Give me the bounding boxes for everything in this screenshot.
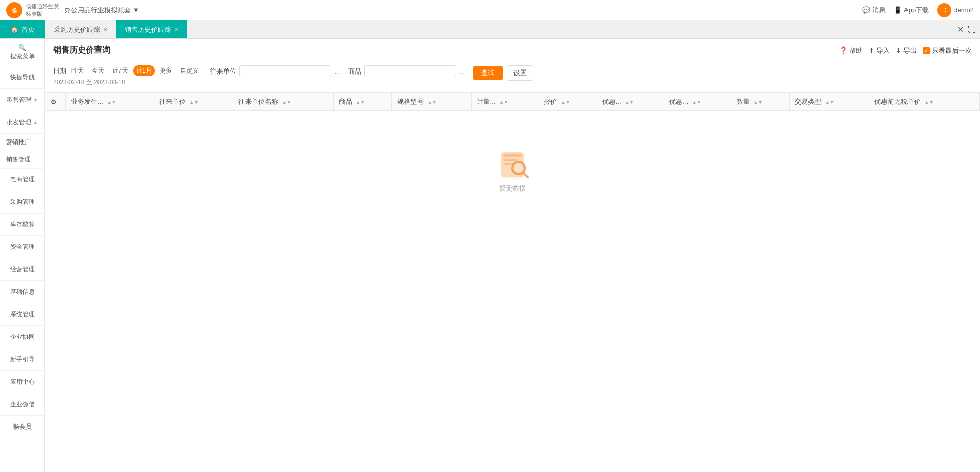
date-btn-today[interactable]: 今天 — [89, 65, 107, 76]
only-last-checkbox[interactable]: ✓ — [923, 47, 930, 54]
export-icon: ⬇ — [896, 46, 901, 54]
sidebar-item-system[interactable]: 系统管理 — [0, 303, 44, 326]
only-last-checkbox-wrapper[interactable]: ✓ 只看最后一次 — [923, 46, 972, 55]
sidebar-item-marketing[interactable]: 营销推广 — [0, 134, 44, 151]
sort-arrows-biz-date: ▲▼ — [107, 100, 116, 105]
sidebar-basicinfo-label: 基础信息 — [10, 288, 35, 296]
app-download-action[interactable]: 📱 App下载 — [894, 6, 929, 15]
sidebar-item-search[interactable]: 🔍 搜索菜单 — [0, 39, 44, 66]
sidebar-item-ecommerce[interactable]: 电商管理 — [0, 169, 44, 191]
th-counterpart-name[interactable]: 往来单位名称 ▲▼ — [233, 93, 334, 111]
sidebar-finance-label: 资金管理 — [10, 243, 35, 251]
th-unit[interactable]: 计量... ▲▼ — [471, 93, 538, 111]
sort-arrows-spec: ▲▼ — [428, 100, 437, 105]
sidebar-item-purchase[interactable]: 采购管理 — [0, 191, 44, 214]
date-btn-custom[interactable]: 自定义 — [177, 65, 202, 76]
sort-arrows-discount1: ▲▼ — [625, 100, 634, 105]
logo-text: 畅捷通好生意 标准版 — [26, 3, 59, 17]
sidebar-item-guide[interactable]: 新手引导 — [0, 348, 44, 371]
tab-sales-close[interactable]: ✕ — [174, 26, 179, 33]
tab-purchase-history[interactable]: 采购历史价跟踪 ✕ — [45, 20, 116, 38]
th-trade-type[interactable]: 交易类型 ▲▼ — [790, 93, 869, 111]
search-icon: 🔍 — [18, 44, 26, 51]
sidebar-quicknav-label: 快捷导航 — [10, 73, 35, 82]
th-discount2[interactable]: 优惠... ▲▼ — [664, 93, 731, 111]
filter-buttons: 查询 设置 — [473, 65, 533, 81]
sidebar-search-label: 搜索菜单 — [10, 52, 35, 61]
sidebar-item-inventory[interactable]: 库存核算 — [0, 214, 44, 236]
sidebar-item-finance[interactable]: 资金管理 — [0, 236, 44, 258]
export-button[interactable]: ⬇ 导出 — [896, 46, 917, 55]
th-settings[interactable]: ⚙ — [45, 93, 66, 111]
th-spec-label: 规格型号 — [397, 98, 424, 105]
sidebar-item-wechat[interactable]: 企业微信 — [0, 393, 44, 416]
sort-arrows-pretax-price: ▲▼ — [924, 100, 934, 105]
th-goods[interactable]: 商品 ▲▼ — [333, 93, 391, 111]
tab-purchase-close[interactable]: ✕ — [103, 26, 108, 33]
settings-button[interactable]: 设置 — [507, 65, 533, 81]
date-btn-more[interactable]: 更多 — [157, 65, 175, 76]
date-btn-yesterday[interactable]: 昨天 — [68, 65, 87, 76]
header-left: 畅 畅捷通好生意 标准版 办公用品行业模拟账套 ▼ — [6, 2, 139, 18]
date-btn-1month[interactable]: 近1月 — [133, 65, 155, 76]
sidebar-item-operations[interactable]: 经营管理 — [0, 258, 44, 281]
sidebar-retail-label: 零售管理 — [7, 96, 31, 104]
goods-filter: 商品 ... — [348, 65, 465, 77]
query-button[interactable]: 查询 — [473, 66, 503, 80]
sidebar-guide-label: 新手引导 — [10, 355, 35, 364]
sidebar-system-label: 系统管理 — [10, 310, 35, 319]
th-counterpart-code[interactable]: 往来单位 ▲▼ — [154, 93, 233, 111]
user-action[interactable]: D demo2 — [937, 3, 974, 17]
sidebar-item-wholesale[interactable]: 批发管理 ▲ — [0, 111, 44, 134]
app-selector[interactable]: 办公用品行业模拟账套 ▼ — [64, 6, 139, 15]
date-btn-7days[interactable]: 近7天 — [109, 65, 131, 76]
counterpart-input[interactable] — [239, 65, 331, 77]
sidebar-marketing-label: 营销推广 — [6, 138, 31, 146]
help-button[interactable]: ❓ 帮助 — [839, 46, 863, 55]
import-label: 导入 — [876, 46, 890, 55]
sidebar-item-app-center[interactable]: 应用中心 — [0, 371, 44, 393]
sort-arrows-counterpart-name: ▲▼ — [282, 100, 291, 105]
svg-point-9 — [515, 164, 522, 172]
sidebar-purchase-label: 采购管理 — [10, 198, 35, 206]
tab-close-all-icon[interactable]: ✕ — [957, 25, 964, 34]
th-quantity[interactable]: 数量 ▲▼ — [731, 93, 789, 111]
goods-input[interactable] — [364, 65, 456, 77]
sidebar-item-quick-nav[interactable]: 快捷导航 — [0, 66, 44, 89]
message-action[interactable]: 💬 消息 — [862, 6, 886, 15]
th-quote-price[interactable]: 报价 ▲▼ — [538, 93, 597, 111]
app-selector-label: 办公用品行业模拟账套 — [64, 6, 131, 15]
username-label: demo2 — [953, 6, 974, 14]
sidebar-item-basic-info[interactable]: 基础信息 — [0, 281, 44, 303]
th-biz-date[interactable]: 业务发生... ▲▼ — [66, 93, 154, 111]
th-quote-price-label: 报价 — [544, 98, 557, 105]
table-header-row: ⚙ 业务发生... ▲▼ 往来单位 ▲▼ 往来单位名称 ▲▼ — [45, 93, 980, 111]
import-icon: ⬆ — [869, 46, 874, 54]
svg-line-8 — [523, 173, 528, 177]
th-biz-date-label: 业务发生... — [71, 98, 103, 105]
empty-icon — [492, 141, 533, 184]
app-download-label: App下载 — [904, 6, 929, 15]
sidebar-item-enterprise[interactable]: 企业协同 — [0, 326, 44, 348]
tab-home[interactable]: 🏠 首页 — [0, 20, 45, 38]
sidebar-item-sales-mgmt[interactable]: 销售管理 — [0, 151, 44, 169]
tab-home-label: 首页 — [21, 25, 35, 34]
import-button[interactable]: ⬆ 导入 — [869, 46, 890, 55]
tab-expand-icon[interactable]: ⛶ — [968, 25, 976, 34]
th-spec[interactable]: 规格型号 ▲▼ — [392, 93, 472, 111]
sidebar-item-retail[interactable]: 零售管理 ▼ — [0, 89, 44, 111]
goods-ellipsis[interactable]: ... — [459, 67, 465, 75]
counterpart-ellipsis[interactable]: ... — [334, 67, 340, 75]
date-label: 日期 — [53, 66, 66, 76]
message-icon: 💬 — [862, 6, 870, 14]
main-layout: 🔍 搜索菜单 快捷导航 零售管理 ▼ 批发管理 ▲ 营销推广 销售管理 电商管理… — [0, 39, 980, 472]
sidebar-item-member[interactable]: 畅会员 — [0, 416, 44, 438]
date-range-display: 2023-02-18 至 2023-03-18 — [53, 78, 202, 87]
logo-area: 畅 畅捷通好生意 标准版 — [6, 2, 59, 18]
th-pretax-price[interactable]: 优惠前无税单价 ▲▼ — [869, 93, 979, 111]
date-filter-row: 日期 昨天 今天 近7天 近1月 更多 自定义 — [53, 65, 202, 76]
sort-arrows-goods: ▲▼ — [356, 100, 365, 105]
tab-sales-history[interactable]: 销售历史价跟踪 ✕ — [116, 20, 187, 38]
home-icon: 🏠 — [10, 26, 18, 33]
th-discount1[interactable]: 优惠... ▲▼ — [597, 93, 664, 111]
